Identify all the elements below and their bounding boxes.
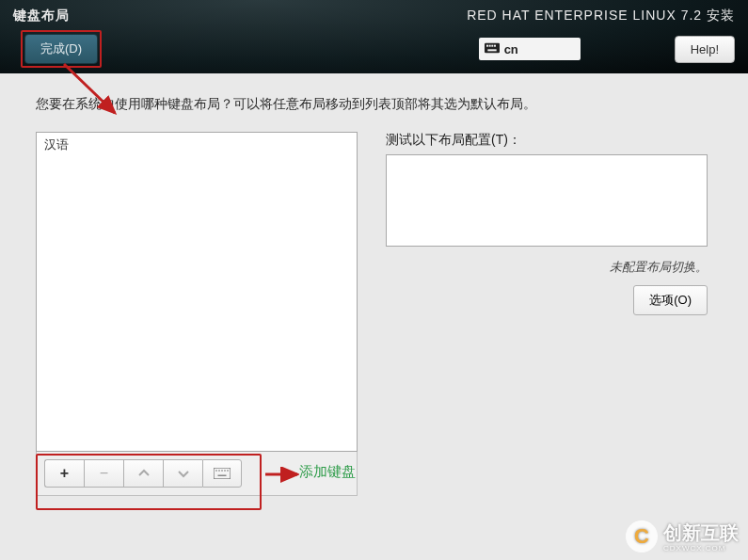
svg-rect-12 — [227, 470, 229, 472]
minus-icon: − — [100, 465, 108, 482]
move-up-button[interactable] — [123, 459, 163, 488]
annotation-done-highlight: 完成(D) — [21, 30, 102, 68]
svg-rect-10 — [221, 470, 223, 472]
help-button[interactable]: Help! — [675, 36, 735, 63]
svg-rect-2 — [488, 44, 490, 46]
show-keyboard-button[interactable] — [202, 459, 242, 488]
chevron-up-icon — [138, 468, 150, 479]
plus-icon: + — [60, 465, 69, 482]
watermark-brand: 创新互联 — [663, 522, 739, 543]
test-layout-label: 测试以下布局配置(T)： — [386, 132, 712, 149]
list-item[interactable]: 汉语 — [37, 133, 357, 157]
install-title: RED HAT ENTERPRISE LINUX 7.2 安装 — [467, 8, 735, 24]
page-title: 键盘布局 — [13, 8, 70, 24]
svg-rect-0 — [485, 42, 500, 53]
watermark-logo-icon: C — [626, 520, 658, 552]
keyboard-layout-list[interactable]: 汉语 — [36, 132, 358, 452]
keyboard-icon — [214, 468, 231, 479]
lang-code: cn — [504, 42, 518, 56]
keyboard-icon — [485, 42, 504, 56]
test-layout-input[interactable] — [386, 154, 708, 247]
intro-text: 您要在系统中使用哪种键盘布局？可以将任意布局移动到列表顶部将其选为默认布局。 — [36, 96, 712, 113]
chevron-down-icon — [178, 468, 189, 479]
move-down-button[interactable] — [163, 459, 202, 488]
svg-rect-8 — [215, 470, 217, 472]
svg-rect-13 — [218, 475, 227, 477]
layout-switch-note: 未配置布局切换。 — [386, 259, 708, 276]
watermark: C 创新互联 CDXWCX.COM — [626, 520, 739, 552]
svg-rect-4 — [494, 44, 496, 46]
svg-rect-11 — [224, 470, 226, 472]
options-button[interactable]: 选项(O) — [633, 285, 708, 315]
done-button[interactable]: 完成(D) — [24, 34, 98, 64]
svg-rect-5 — [487, 49, 496, 51]
svg-rect-1 — [486, 44, 488, 46]
keyboard-lang-indicator[interactable]: cn — [479, 38, 581, 60]
svg-rect-3 — [491, 44, 493, 46]
remove-layout-button[interactable]: − — [84, 459, 123, 488]
svg-rect-7 — [214, 468, 231, 479]
layout-toolbar: + − — [36, 452, 358, 496]
add-layout-button[interactable]: + — [44, 459, 84, 488]
installer-header: 键盘布局 RED HAT ENTERPRISE LINUX 7.2 安装 完成(… — [0, 0, 748, 73]
svg-rect-9 — [218, 470, 220, 472]
watermark-sub: CDXWCX.COM — [663, 544, 739, 552]
